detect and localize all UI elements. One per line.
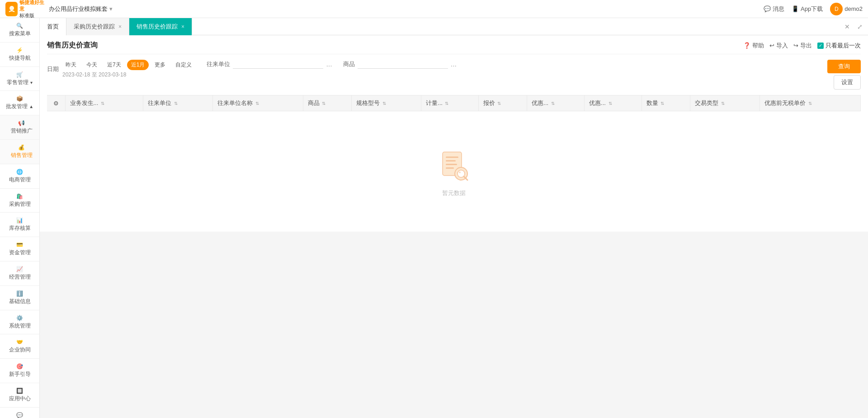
date-btn-more[interactable]: 更多 <box>151 60 170 70</box>
tab-purchase-history-close[interactable]: × <box>118 24 122 30</box>
sidebar-item-label: 企业协同 <box>9 346 31 354</box>
message-action[interactable]: 💬 消息 <box>764 5 784 13</box>
sidebar-item-sales-mgmt[interactable]: 💰 销售管理 <box>0 140 39 164</box>
enterprise-collab-icon: 🤝 <box>16 339 23 345</box>
product-filter-dots[interactable]: ... <box>451 60 457 68</box>
sidebar-item-label: 快捷导航 <box>9 54 31 62</box>
settings-button[interactable]: 设置 <box>834 75 861 90</box>
main-layout: 🔍 搜索菜单 ⚡ 快捷导航 🛒 零售管理 ▾ 📦 批发管理 ▲ 📢 营销推广 💰… <box>0 18 868 418</box>
tab-sales-history[interactable]: 销售历史价跟踪 × <box>129 18 192 35</box>
table-col-discount2[interactable]: 优惠... ⇅ <box>585 95 642 111</box>
table-col-discount1[interactable]: 优惠... ⇅ <box>527 95 585 111</box>
purchase-mgmt-icon: 🛍️ <box>16 193 23 200</box>
export-action[interactable]: ↪ 导出 <box>793 42 812 50</box>
only-last-checkbox-label[interactable]: ✓ 只看最后一次 <box>817 42 861 50</box>
sort-arrows-quote: ⇅ <box>497 101 501 106</box>
sidebar-item-app-center[interactable]: 🔲 应用中心 <box>0 383 39 408</box>
date-btn-custom[interactable]: 自定义 <box>171 60 196 70</box>
table-col-product[interactable]: 商品 ⇅ <box>303 95 352 111</box>
sidebar-item-label: 应用中心 <box>9 395 31 403</box>
help-icon: ❓ <box>743 42 750 49</box>
partner-filter-dots[interactable]: ... <box>326 60 332 68</box>
sidebar-item-label: 搜索菜单 <box>9 30 31 38</box>
table-col-pretax-price[interactable]: 优惠前无税单价 ⇅ <box>760 95 861 111</box>
page-header-actions: ❓ 帮助 ↩ 导入 ↪ 导出 ✓ 只看最后一次 <box>743 42 861 50</box>
table-col-partner-name[interactable]: 往来单位名称 ⇅ <box>213 95 303 111</box>
sidebar-item-label: 电商管理 <box>9 176 31 184</box>
sidebar: 🔍 搜索菜单 ⚡ 快捷导航 🛒 零售管理 ▾ 📦 批发管理 ▲ 📢 营销推广 💰… <box>0 18 40 418</box>
sort-arrows-product: ⇅ <box>322 101 326 106</box>
sidebar-item-wholesale-mgmt[interactable]: 📦 批发管理 ▲ <box>0 91 39 115</box>
table-col-quote[interactable]: 报价 ⇅ <box>478 95 527 111</box>
tab-sales-history-close[interactable]: × <box>181 24 184 30</box>
date-btn-today[interactable]: 今天 <box>82 60 101 70</box>
table-col-biz-date[interactable]: 业务发生... ⇅ <box>65 95 143 111</box>
sidebar-item-operations-mgmt[interactable]: 📈 经营管理 <box>0 261 39 286</box>
table-col-trade-type[interactable]: 交易类型 ⇅ <box>690 95 760 111</box>
date-btn-yesterday[interactable]: 昨天 <box>61 60 80 70</box>
tab-home[interactable]: 首页 <box>40 18 66 35</box>
sidebar-item-quick-nav[interactable]: ⚡ 快捷导航 <box>0 43 39 67</box>
user-avatar-action[interactable]: D demo2 <box>830 3 863 15</box>
query-button[interactable]: 查询 <box>827 60 861 73</box>
sidebar-item-system-mgmt[interactable]: ⚙️ 系统管理 <box>0 310 39 335</box>
help-action[interactable]: ❓ 帮助 <box>743 42 764 50</box>
sort-arrows-quantity: ⇅ <box>660 101 664 106</box>
sidebar-item-label: 基础信息 <box>9 298 31 305</box>
workspace-dropdown-icon[interactable]: ▾ <box>109 5 113 12</box>
sidebar-item-inventory-check[interactable]: 📊 库存核算 <box>0 213 39 237</box>
sidebar-item-label: 新手引导 <box>9 370 31 378</box>
enterprise-wechat-icon: 💬 <box>16 412 23 418</box>
table-col-settings[interactable]: ⚙ <box>47 95 65 111</box>
app-download-action[interactable]: 📱 App下载 <box>792 5 823 13</box>
only-last-checkbox[interactable]: ✓ <box>817 43 824 49</box>
tab-sales-history-label: 销售历史价跟踪 <box>137 23 178 31</box>
partner-filter-label: 往来单位 <box>207 60 230 68</box>
product-filter-input[interactable] <box>358 60 448 69</box>
import-action[interactable]: ↩ 导入 <box>769 42 788 50</box>
sidebar-item-retail-mgmt[interactable]: 🛒 零售管理 ▾ <box>0 67 39 91</box>
partner-filter-input[interactable] <box>233 60 323 69</box>
sidebar-item-enterprise-collab[interactable]: 🤝 企业协同 <box>0 334 39 359</box>
table-col-quantity[interactable]: 数量 ⇅ <box>642 95 690 111</box>
table-col-partner-code[interactable]: 往来单位 ⇅ <box>143 95 213 111</box>
tab-maximize-btn[interactable]: ⤢ <box>855 21 864 32</box>
import-label: 导入 <box>776 42 788 50</box>
quick-nav-icon: ⚡ <box>16 47 23 53</box>
top-bar: 畅捷通好生意 标准版 办公用品行业模拟账套 ▾ 💬 消息 📱 App下载 D d… <box>0 0 868 18</box>
date-btn-1month[interactable]: 近1月 <box>127 60 149 70</box>
sidebar-item-finance-mgmt[interactable]: 💳 资金管理 <box>0 237 39 261</box>
date-btn-7days[interactable]: 近7天 <box>103 60 125 70</box>
content-area: 首页 采购历史价跟踪 × 销售历史价跟踪 × ✕ ⤢ 销售历史价查询 <box>40 18 868 418</box>
finance-mgmt-icon: 💳 <box>16 242 23 248</box>
topbar-actions: 💬 消息 📱 App下载 D demo2 <box>764 3 863 15</box>
sidebar-item-search-menu[interactable]: 🔍 搜索菜单 <box>0 18 39 43</box>
logo-line2: 标准版 <box>19 12 45 19</box>
empty-state: 暂元数据 <box>47 111 861 224</box>
product-filter-label: 商品 <box>343 60 355 68</box>
logo-area: 畅捷通好生意 标准版 <box>5 0 45 19</box>
logo-line1: 畅捷通好生意 <box>19 0 45 12</box>
tab-bar: 首页 采购历史价跟踪 × 销售历史价跟踪 × ✕ ⤢ <box>40 18 868 35</box>
tab-close-all-btn[interactable]: ✕ <box>843 21 852 32</box>
username-label: demo2 <box>844 5 863 12</box>
sidebar-item-newbie-guide[interactable]: 🎯 新手引导 <box>0 359 39 383</box>
sidebar-item-basic-info[interactable]: ℹ️ 基础信息 <box>0 286 39 310</box>
tab-purchase-history[interactable]: 采购历史价跟踪 × <box>66 18 129 35</box>
sidebar-item-purchase-mgmt[interactable]: 🛍️ 采购管理 <box>0 189 39 213</box>
marketing-icon: 📢 <box>18 120 25 126</box>
page-title: 销售历史价查询 <box>47 41 98 50</box>
app-download-icon: 📱 <box>792 5 799 12</box>
sidebar-item-marketing[interactable]: 📢 营销推广 <box>0 115 39 140</box>
table-col-unit[interactable]: 计量... ⇅ <box>421 95 479 111</box>
sort-arrows-unit: ⇅ <box>445 101 448 106</box>
sidebar-item-label: 资金管理 <box>9 249 31 256</box>
date-filter: 日期 昨天 今天 近7天 近1月 更多 自定义 2023-02-18 至 202… <box>47 60 196 79</box>
help-label: 帮助 <box>752 42 764 50</box>
table-col-spec[interactable]: 规格型号 ⇅ <box>352 95 421 111</box>
data-table: ⚙ 业务发生... ⇅ 往来单位 ⇅ 往来单位名称 <box>47 95 861 111</box>
sidebar-item-enterprise-wechat[interactable]: 💬 企业微信 <box>0 408 39 418</box>
logo-text: 畅捷通好生意 标准版 <box>19 0 45 19</box>
date-filter-label: 日期 <box>47 65 59 73</box>
sidebar-item-ecommerce-mgmt[interactable]: 🌐 电商管理 <box>0 164 39 189</box>
